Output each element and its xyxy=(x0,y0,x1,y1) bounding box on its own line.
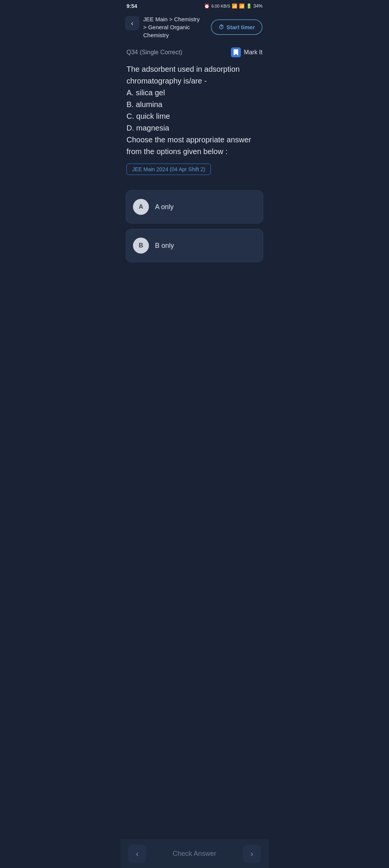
header: ‹ JEE Main > Chemistry> General OrganicC… xyxy=(120,11,269,44)
option-a-text: A only xyxy=(155,203,174,211)
option-b-text: B only xyxy=(155,242,174,250)
wifi-icon: 📶 xyxy=(232,3,237,9)
options-container: A A only B B only xyxy=(120,190,269,262)
signal-icon: 📶 xyxy=(239,3,245,9)
tag-container: JEE Main 2024 (04 Apr Shift 2) xyxy=(120,164,269,183)
mark-it-label: Mark It xyxy=(244,49,262,56)
back-button[interactable]: ‹ xyxy=(125,16,139,30)
network-speed: 6.00 KB/S xyxy=(211,4,230,8)
bookmark-icon xyxy=(231,47,241,57)
battery-percent: 34% xyxy=(253,3,262,9)
option-b-card[interactable]: B B only xyxy=(126,229,263,262)
option-a-circle: A xyxy=(133,199,149,215)
status-right: ⏰ 6.00 KB/S 📶 📶 🔋 34% xyxy=(204,3,262,9)
question-label: Q34 (Single Correct) xyxy=(127,49,182,56)
start-timer-label: Start timer xyxy=(226,24,255,30)
option-b-letter: B xyxy=(139,242,143,249)
status-time: 9:54 xyxy=(127,3,137,9)
question-body: The adsorbent used in adsorption chromat… xyxy=(120,60,269,164)
option-b-circle: B xyxy=(133,238,149,254)
status-bar: 9:54 ⏰ 6.00 KB/S 📶 📶 🔋 34% xyxy=(120,0,269,11)
start-timer-button[interactable]: ⏱ Start timer xyxy=(211,19,262,35)
mark-it-button[interactable]: Mark It xyxy=(231,47,262,57)
option-a-card[interactable]: A A only xyxy=(126,190,263,224)
question-meta: Q34 (Single Correct) Mark It xyxy=(120,44,269,60)
back-arrow-icon: ‹ xyxy=(131,19,133,27)
battery-icon: 🔋 xyxy=(246,3,252,9)
option-a-letter: A xyxy=(139,203,143,210)
breadcrumb: JEE Main > Chemistry> General OrganicChe… xyxy=(143,15,200,39)
timer-icon: ⏱ xyxy=(218,24,224,30)
alarm-icon: ⏰ xyxy=(204,3,210,9)
header-left: ‹ JEE Main > Chemistry> General OrganicC… xyxy=(125,15,200,39)
exam-tag: JEE Main 2024 (04 Apr Shift 2) xyxy=(127,164,211,175)
